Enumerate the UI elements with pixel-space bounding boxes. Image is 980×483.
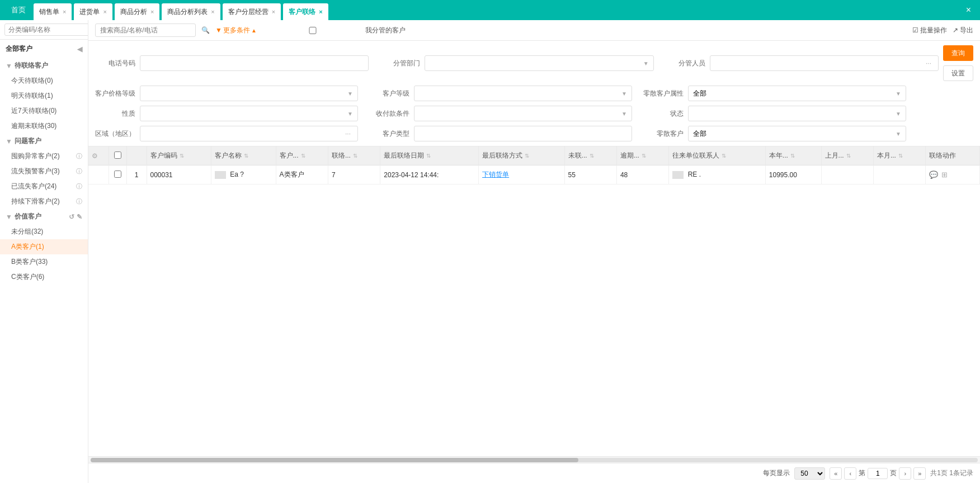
filter-select-dept[interactable]: ▼ bbox=[425, 55, 653, 71]
sidebar-item-declining[interactable]: 持续下滑客户(2) ⓘ bbox=[0, 194, 88, 209]
action-qrcode-icon[interactable]: ⊞ bbox=[941, 171, 948, 179]
filter-input-phone[interactable] bbox=[140, 55, 369, 71]
per-page-select[interactable]: 50 100 200 bbox=[794, 467, 825, 480]
th-customer-code[interactable]: 客户编码 ⇅ bbox=[147, 146, 211, 165]
top-nav: 首页 销售单 × 进货单 × 商品分析 × 商品分析列表 × 客户分层经营 × … bbox=[0, 0, 980, 20]
content-area: 🔍 ▼ 更多条件 ▲ 我分管的客户 ☑ 批量操作 ↗ 导出 bbox=[88, 20, 980, 483]
nav-tab-sales[interactable]: 销售单 × bbox=[34, 3, 72, 20]
sort-icon-contact: ⇅ bbox=[353, 153, 357, 159]
nav-tab-customer-contact[interactable]: 客户联络 × bbox=[283, 3, 328, 20]
page-input[interactable] bbox=[868, 468, 888, 479]
td-checkbox bbox=[109, 165, 126, 184]
gear-settings-icon[interactable]: ⚙ bbox=[92, 152, 98, 160]
filter-select-status[interactable]: ▼ bbox=[688, 106, 906, 121]
sidebar-collapse-icon[interactable]: ◀ bbox=[77, 45, 82, 53]
th-last-contact-date[interactable]: 最后联络日期 ⇅ bbox=[380, 146, 479, 165]
sidebar-item-class-c[interactable]: C类客户(6) bbox=[0, 269, 88, 285]
filter-label-status: 状态 bbox=[643, 109, 688, 119]
next-page-btn[interactable]: › bbox=[899, 467, 911, 480]
sidebar-item-today-pending[interactable]: 今天待联络(0) bbox=[0, 73, 88, 88]
sidebar-item-overdue-pending[interactable]: 逾期未联络(30) bbox=[0, 119, 88, 134]
sidebar-item-7days-pending[interactable]: 近7天待联络(0) bbox=[0, 103, 88, 119]
filter-field-retail-attr: 零散客户属性 全部 ▼ bbox=[643, 86, 906, 101]
nav-tab-product-list[interactable]: 商品分析列表 × bbox=[162, 3, 220, 20]
select-all-checkbox[interactable] bbox=[114, 151, 121, 159]
info-icon-hoarding: ⓘ bbox=[76, 152, 82, 160]
my-customers-check[interactable] bbox=[262, 27, 363, 34]
sort-icon-unit: ⇅ bbox=[722, 153, 726, 159]
close-product-analysis-tab[interactable]: × bbox=[150, 8, 154, 15]
main-layout: 🔍 全部客户 ◀ ▼ 待联络客户 今天待联络(0) 明天待联络(1) 近7天待联… bbox=[0, 20, 980, 483]
td-overdue: 48 bbox=[616, 165, 668, 184]
th-overdue[interactable]: 逾期... ⇅ bbox=[616, 146, 668, 165]
horizontal-scrollbar[interactable] bbox=[91, 458, 978, 462]
sidebar-search-input[interactable] bbox=[4, 23, 88, 36]
th-current-month[interactable]: 本月... ⇅ bbox=[873, 146, 925, 165]
arrow-retail-customer: ▼ bbox=[896, 131, 901, 137]
first-page-btn[interactable]: « bbox=[830, 467, 842, 480]
th-last-contact-method[interactable]: 最后联络方式 ⇅ bbox=[479, 146, 564, 165]
sidebar-item-unclassified[interactable]: 未分组(32) bbox=[0, 224, 88, 239]
sidebar: 🔍 全部客户 ◀ ▼ 待联络客户 今天待联络(0) 明天待联络(1) 近7天待联… bbox=[0, 20, 88, 483]
filter-select-payment[interactable]: ▼ bbox=[414, 106, 632, 121]
sidebar-item-class-a[interactable]: A类客户(1) bbox=[0, 239, 88, 254]
filter-search-icon[interactable]: 🔍 bbox=[201, 26, 210, 34]
search-input[interactable] bbox=[95, 23, 196, 37]
query-button[interactable]: 查询 bbox=[943, 45, 973, 61]
filter-select-retail-attr[interactable]: 全部 ▼ bbox=[688, 86, 906, 101]
filter-select-retail-customer[interactable]: 全部 ▼ bbox=[688, 126, 906, 141]
th-current-year[interactable]: 本年... ⇅ bbox=[765, 146, 821, 165]
th-customer-type[interactable]: 客户... ⇅ bbox=[276, 146, 328, 165]
batch-op-btn[interactable]: ☑ 批量操作 bbox=[912, 26, 947, 35]
last-page-btn[interactable]: » bbox=[913, 467, 926, 480]
filter-select-person[interactable]: ··· bbox=[710, 55, 939, 71]
close-customer-tier-tab[interactable]: × bbox=[272, 8, 275, 15]
th-last-month[interactable]: 上月... ⇅ bbox=[821, 146, 873, 165]
filter-field-customer-type: 客户类型 bbox=[369, 126, 632, 141]
last-contact-method-link[interactable]: 下销货单 bbox=[482, 171, 509, 178]
nav-tab-customer-tier[interactable]: 客户分层经营 × bbox=[223, 3, 281, 20]
sidebar-item-hoarding[interactable]: 囤购异常客户(2) ⓘ bbox=[0, 149, 88, 164]
action-comment-icon[interactable]: 💬 bbox=[929, 171, 938, 179]
nav-tab-product-analysis[interactable]: 商品分析 × bbox=[115, 3, 159, 20]
arrow-status: ▼ bbox=[896, 111, 901, 117]
sidebar-item-churned[interactable]: 已流失客户(24) ⓘ bbox=[0, 179, 88, 194]
nav-tab-purchase[interactable]: 进货单 × bbox=[74, 3, 112, 20]
sidebar-item-class-b[interactable]: B类客户(33) bbox=[0, 254, 88, 269]
sidebar-item-tomorrow-pending[interactable]: 明天待联络(1) bbox=[0, 88, 88, 103]
settings-button[interactable]: 设置 bbox=[943, 65, 973, 81]
filter-actions: 查询 设置 bbox=[939, 45, 973, 81]
close-product-list-tab[interactable]: × bbox=[211, 8, 214, 15]
prev-page-btn[interactable]: ‹ bbox=[844, 467, 856, 480]
export-btn[interactable]: ↗ 导出 bbox=[953, 26, 973, 35]
filter-select-nature[interactable]: ▼ bbox=[140, 106, 358, 121]
row-checkbox[interactable] bbox=[114, 171, 121, 178]
filter-bar: 🔍 ▼ 更多条件 ▲ 我分管的客户 ☑ 批量操作 ↗ 导出 bbox=[88, 20, 980, 41]
edit-icon-value[interactable]: ✎ bbox=[77, 213, 82, 221]
scrollbar-thumb[interactable] bbox=[91, 458, 578, 462]
close-purchase-tab[interactable]: × bbox=[103, 8, 106, 15]
nav-home[interactable]: 首页 bbox=[4, 0, 32, 20]
sidebar-item-churn-warning[interactable]: 流失预警客户(3) ⓘ bbox=[0, 164, 88, 179]
sidebar-all-customers[interactable]: 全部客户 ◀ bbox=[0, 40, 88, 58]
sidebar-search-area: 🔍 bbox=[0, 20, 88, 40]
th-unit-contact[interactable]: 往来单位联系人 ⇅ bbox=[669, 146, 765, 165]
filter-select-region[interactable]: ··· bbox=[140, 126, 358, 141]
th-customer-name[interactable]: 客户名称 ⇅ bbox=[211, 146, 276, 165]
my-customers-checkbox[interactable]: 我分管的客户 bbox=[262, 26, 406, 35]
export-icon: ↗ bbox=[953, 26, 958, 34]
more-conditions-btn[interactable]: ▼ 更多条件 ▲ bbox=[215, 26, 257, 35]
th-no-contact-days[interactable]: 未联... ⇅ bbox=[564, 146, 616, 165]
filter-input-customer-type[interactable] bbox=[414, 126, 632, 141]
th-gear[interactable]: ⚙ bbox=[88, 146, 109, 165]
sort-icon-code: ⇅ bbox=[180, 153, 184, 159]
refresh-icon-value[interactable]: ↺ bbox=[69, 213, 74, 221]
th-contact-count[interactable]: 联络... ⇅ bbox=[328, 146, 380, 165]
close-sales-tab[interactable]: × bbox=[63, 8, 66, 15]
filter-select-customer-level[interactable]: ▼ bbox=[414, 86, 632, 101]
close-customer-contact-tab[interactable]: × bbox=[319, 8, 322, 15]
filter-select-price-level[interactable]: ▼ bbox=[140, 86, 358, 101]
table-header-row: ⚙ 客户编码 ⇅ bbox=[88, 146, 980, 165]
sort-icon-nocontact: ⇅ bbox=[590, 153, 594, 159]
window-close-button[interactable]: × bbox=[962, 5, 976, 15]
